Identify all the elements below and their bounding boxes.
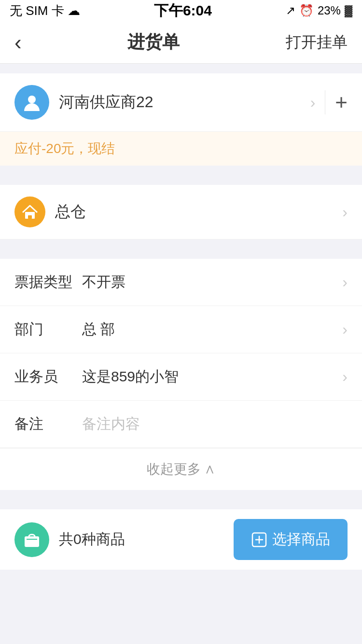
battery-text: 23% — [318, 4, 341, 17]
collapse-label: 收起更多 ∧ — [147, 460, 216, 478]
alarm-icon: ⏰ — [299, 4, 314, 17]
warehouse-row[interactable]: 总仓 › — [0, 185, 362, 239]
warehouse-name: 总仓 — [55, 201, 342, 223]
select-product-label: 选择商品 — [272, 530, 330, 549]
divider-4 — [0, 490, 362, 500]
svg-point-0 — [28, 96, 36, 103]
invoice-type-value: 不开票 — [82, 272, 342, 292]
nav-bar: ‹ 进货单 打开挂单 — [0, 21, 362, 64]
department-row[interactable]: 部门 总 部 › — [0, 306, 362, 353]
invoice-type-row[interactable]: 票据类型 不开票 › — [0, 259, 362, 306]
warehouse-section: 总仓 › — [0, 185, 362, 239]
divider-3 — [0, 239, 362, 249]
form-section: 票据类型 不开票 › 部门 总 部 › 业务员 这是859的小智 › 备注 备注… — [0, 259, 362, 490]
svg-rect-2 — [28, 215, 32, 219]
open-pending-button[interactable]: 打开挂单 — [286, 32, 348, 53]
status-right: ↗ ⏰ 23% ▓ — [286, 4, 352, 17]
remark-input[interactable]: 备注内容 — [82, 414, 348, 434]
add-supplier-button[interactable]: + — [335, 92, 348, 113]
status-bar: 无 SIM 卡 ☁ 下午6:04 ↗ ⏰ 23% ▓ — [0, 0, 362, 21]
supplier-row[interactable]: 河南供应商22 › + — [0, 73, 362, 132]
collapse-button[interactable]: 收起更多 ∧ — [0, 448, 362, 490]
select-product-button[interactable]: 选择商品 — [234, 519, 348, 560]
bottom-bar: 共0种商品 选择商品 — [0, 509, 362, 570]
back-button[interactable]: ‹ — [14, 32, 22, 53]
supplier-avatar — [14, 85, 49, 120]
status-time: 下午6:04 — [154, 1, 212, 21]
main-content: 河南供应商22 › + 应付-20元，现结 总仓 › — [0, 64, 362, 570]
notice-banner: 应付-20元，现结 — [0, 132, 362, 166]
remark-label: 备注 — [14, 414, 82, 434]
notice-text: 应付-20元，现结 — [14, 141, 115, 156]
battery-icon: ▓ — [345, 4, 352, 17]
supplier-chevron-icon: › — [310, 94, 316, 112]
supplier-divider — [325, 90, 325, 114]
department-label: 部门 — [14, 320, 82, 339]
page-title: 进货单 — [127, 30, 180, 54]
warehouse-icon — [14, 196, 45, 227]
supplier-section: 河南供应商22 › + 应付-20元，现结 — [0, 73, 362, 166]
product-count-text: 共0种商品 — [59, 530, 224, 549]
remark-row[interactable]: 备注 备注内容 — [0, 401, 362, 448]
warehouse-chevron-icon: › — [342, 203, 348, 221]
invoice-type-chevron-icon: › — [342, 273, 348, 291]
salesperson-label: 业务员 — [14, 367, 82, 387]
divider-1 — [0, 64, 362, 73]
salesperson-chevron-icon: › — [342, 368, 348, 386]
salesperson-value: 这是859的小智 — [82, 367, 342, 387]
department-value: 总 部 — [82, 320, 342, 339]
svg-rect-3 — [25, 536, 39, 547]
status-left: 无 SIM 卡 ☁ — [10, 2, 80, 19]
salesperson-row[interactable]: 业务员 这是859的小智 › — [0, 353, 362, 401]
supplier-name: 河南供应商22 — [59, 92, 310, 113]
invoice-type-label: 票据类型 — [14, 272, 82, 292]
location-icon: ↗ — [286, 4, 295, 17]
divider-2 — [0, 166, 362, 175]
department-chevron-icon: › — [342, 321, 348, 338]
select-product-icon — [251, 532, 267, 548]
product-icon — [14, 522, 49, 557]
